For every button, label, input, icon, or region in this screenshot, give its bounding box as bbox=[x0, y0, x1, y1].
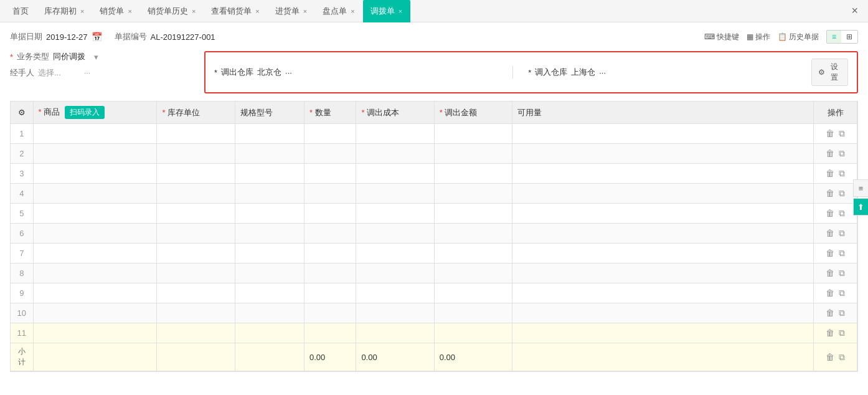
spec-cell[interactable] bbox=[235, 244, 304, 264]
col-settings[interactable]: ⚙ bbox=[11, 102, 33, 124]
settings-button[interactable]: ⚙ 设置 bbox=[811, 59, 848, 86]
spec-cell[interactable] bbox=[235, 224, 304, 244]
spec-cell[interactable] bbox=[235, 164, 304, 184]
unit-cell[interactable] bbox=[157, 283, 235, 303]
spec-cell[interactable] bbox=[235, 204, 304, 224]
unit-cell[interactable] bbox=[157, 144, 235, 164]
tab-view-sales[interactable]: 查看销货单 × bbox=[204, 0, 267, 22]
unit-cell[interactable] bbox=[157, 204, 235, 224]
spec-cell[interactable] bbox=[235, 283, 304, 303]
delete-icon[interactable]: 🗑 bbox=[824, 308, 836, 318]
scan-entry-button[interactable]: 扫码录入 bbox=[65, 106, 105, 119]
calendar-icon[interactable]: 📅 bbox=[92, 32, 102, 42]
delete-icon[interactable]: 🗑 bbox=[824, 288, 836, 298]
delete-icon[interactable]: 🗑 bbox=[824, 228, 836, 238]
qty-cell[interactable] bbox=[304, 204, 356, 224]
tab-stocktake-close[interactable]: × bbox=[351, 7, 354, 15]
delete-icon[interactable]: 🗑 bbox=[824, 188, 836, 198]
tab-sales-order-close[interactable]: × bbox=[128, 7, 131, 15]
tab-purchase-order[interactable]: 进货单 × bbox=[268, 0, 315, 22]
qty-cell[interactable] bbox=[304, 224, 356, 244]
unit-cell[interactable] bbox=[157, 124, 235, 144]
unit-cell[interactable] bbox=[157, 303, 235, 323]
copy-icon[interactable]: ⧉ bbox=[837, 228, 846, 238]
spec-cell[interactable] bbox=[235, 303, 304, 323]
delete-icon[interactable]: 🗑 bbox=[824, 248, 836, 258]
out-cost-cell[interactable] bbox=[356, 303, 434, 323]
tab-home[interactable]: 首页 bbox=[5, 0, 37, 22]
out-warehouse-more-btn[interactable]: ··· bbox=[285, 68, 292, 77]
copy-icon[interactable]: ⧉ bbox=[837, 268, 846, 278]
tab-sales-history[interactable]: 销货单历史 × bbox=[140, 0, 204, 22]
qty-cell[interactable] bbox=[304, 264, 356, 283]
product-cell[interactable] bbox=[33, 184, 157, 204]
delete-icon[interactable]: 🗑 bbox=[824, 328, 836, 338]
right-panel-export-btn[interactable]: ⬆ bbox=[853, 198, 868, 216]
out-amount-cell[interactable] bbox=[434, 164, 512, 184]
out-cost-cell[interactable] bbox=[356, 264, 434, 283]
product-cell[interactable] bbox=[33, 164, 157, 184]
product-cell[interactable] bbox=[33, 283, 157, 303]
out-cost-cell[interactable] bbox=[356, 184, 434, 204]
qty-cell[interactable] bbox=[304, 283, 356, 303]
product-cell[interactable] bbox=[33, 303, 157, 323]
out-cost-cell[interactable] bbox=[356, 224, 434, 244]
spec-cell[interactable] bbox=[235, 184, 304, 204]
right-panel-list-btn[interactable]: ≡ bbox=[853, 179, 868, 197]
copy-icon[interactable]: ⧉ bbox=[837, 208, 846, 218]
product-cell[interactable] bbox=[33, 244, 157, 264]
out-amount-cell[interactable] bbox=[434, 224, 512, 244]
qty-cell[interactable] bbox=[304, 124, 356, 144]
in-warehouse-value[interactable]: 上海仓 bbox=[571, 67, 595, 78]
product-cell[interactable] bbox=[33, 204, 157, 224]
out-amount-cell[interactable] bbox=[434, 283, 512, 303]
qty-cell[interactable] bbox=[304, 184, 356, 204]
out-cost-cell[interactable] bbox=[356, 204, 434, 224]
list-view-button[interactable]: ≡ bbox=[827, 31, 841, 43]
spec-cell[interactable] bbox=[235, 144, 304, 164]
tab-transfer-close[interactable]: × bbox=[399, 7, 402, 15]
out-amount-cell[interactable] bbox=[434, 244, 512, 264]
out-amount-cell[interactable] bbox=[434, 124, 512, 144]
spec-cell[interactable] bbox=[235, 124, 304, 144]
product-cell[interactable] bbox=[33, 124, 157, 144]
product-cell[interactable] bbox=[33, 264, 157, 283]
copy-icon[interactable]: ⧉ bbox=[837, 308, 846, 318]
tab-transfer[interactable]: 调拨单 × bbox=[363, 0, 410, 22]
copy-icon[interactable]: ⧉ bbox=[837, 188, 846, 198]
unit-cell[interactable] bbox=[157, 164, 235, 184]
out-amount-cell[interactable] bbox=[434, 264, 512, 283]
qty-cell[interactable] bbox=[304, 144, 356, 164]
history-tool[interactable]: 📋 历史单据 bbox=[778, 32, 819, 42]
biz-type-dropdown-icon[interactable]: ▾ bbox=[94, 52, 98, 62]
out-cost-cell[interactable] bbox=[356, 244, 434, 264]
unit-cell[interactable] bbox=[157, 224, 235, 244]
copy-icon[interactable]: ⧉ bbox=[837, 328, 846, 338]
delete-icon[interactable]: 🗑 bbox=[824, 208, 836, 218]
out-cost-cell[interactable] bbox=[356, 164, 434, 184]
subtotal-delete-icon[interactable]: 🗑 bbox=[824, 352, 836, 362]
biz-type-value[interactable]: 同价调拨 bbox=[53, 51, 90, 62]
tab-bar-close-button[interactable]: × bbox=[846, 4, 863, 17]
out-amount-cell[interactable] bbox=[434, 303, 512, 323]
copy-icon[interactable]: ⧉ bbox=[837, 168, 846, 178]
tab-sales-order[interactable]: 销货单 × bbox=[92, 0, 139, 22]
handler-value[interactable]: 选择... bbox=[38, 67, 75, 79]
delete-icon[interactable]: 🗑 bbox=[824, 148, 836, 158]
grid-view-button[interactable]: ⊞ bbox=[841, 31, 857, 43]
tab-view-sales-close[interactable]: × bbox=[255, 7, 259, 15]
product-cell[interactable] bbox=[33, 224, 157, 244]
delete-icon[interactable]: 🗑 bbox=[824, 128, 836, 138]
out-amount-cell[interactable] bbox=[434, 144, 512, 164]
delete-icon[interactable]: 🗑 bbox=[824, 168, 836, 178]
shortcut-tool[interactable]: ⌨ 快捷键 bbox=[704, 32, 739, 42]
tab-purchase-order-close[interactable]: × bbox=[303, 7, 307, 15]
qty-cell[interactable] bbox=[304, 244, 356, 264]
copy-icon[interactable]: ⧉ bbox=[837, 288, 846, 298]
out-amount-cell[interactable] bbox=[434, 204, 512, 224]
in-warehouse-more-btn[interactable]: ··· bbox=[599, 68, 606, 77]
unit-cell[interactable] bbox=[157, 184, 235, 204]
handler-more-btn[interactable]: ··· bbox=[84, 69, 90, 77]
qty-cell[interactable] bbox=[304, 164, 356, 184]
out-amount-cell[interactable] bbox=[434, 184, 512, 204]
